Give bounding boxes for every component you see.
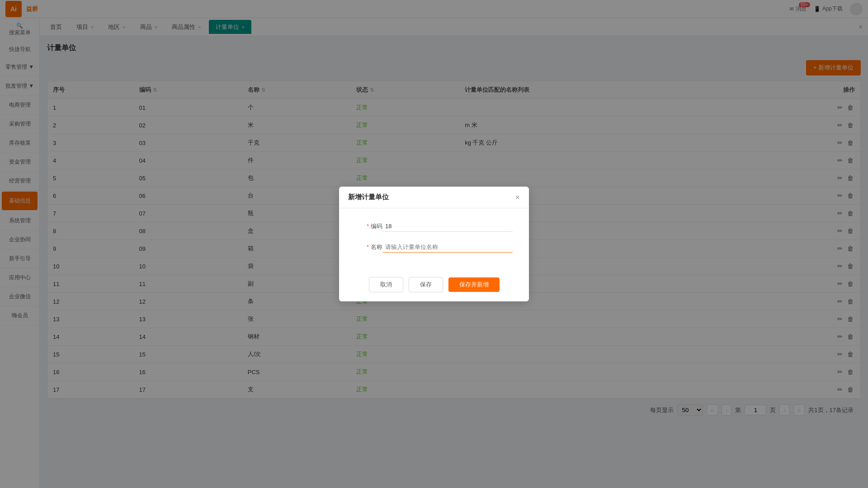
code-label: *编码 <box>355 222 382 230</box>
name-field-group: *名称 <box>355 242 513 253</box>
code-field-group: *编码 <box>355 221 513 232</box>
name-label: *名称 <box>355 243 382 251</box>
save-button[interactable]: 保存 <box>409 277 443 292</box>
modal-overlay[interactable]: 新增计量单位 × *编码 *名称 取消 保存 <box>0 0 868 488</box>
add-unit-modal: 新增计量单位 × *编码 *名称 取消 保存 <box>339 187 529 301</box>
code-input[interactable] <box>382 221 513 232</box>
name-input[interactable] <box>382 242 513 253</box>
required-mark: * <box>367 244 369 250</box>
modal-header: 新增计量单位 × <box>339 187 529 208</box>
modal-close-button[interactable]: × <box>515 193 520 202</box>
save-and-new-button[interactable]: 保存并新增 <box>448 277 500 292</box>
modal-footer: 取消 保存 保存并新增 <box>339 272 529 301</box>
modal-title: 新增计量单位 <box>348 193 389 202</box>
app-container: Ai 益桥 ✉ 消息 99+ 📱 App下载 🔍 搜索菜单 <box>0 0 868 488</box>
cancel-button[interactable]: 取消 <box>369 277 403 292</box>
required-mark: * <box>367 223 369 230</box>
modal-body: *编码 *名称 <box>339 208 529 272</box>
